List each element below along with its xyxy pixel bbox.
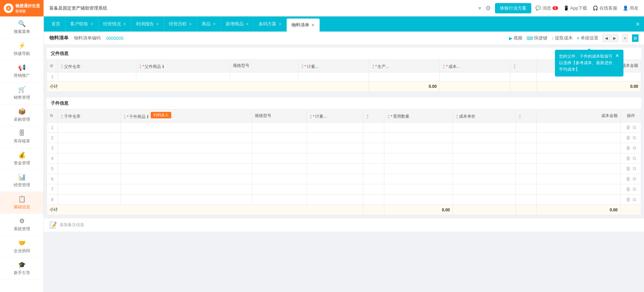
child-unit-cell[interactable] xyxy=(307,133,363,143)
parent-spec-cell[interactable] xyxy=(230,72,298,81)
child-unit-cell[interactable] xyxy=(307,122,363,133)
child-unit-cell[interactable] xyxy=(307,195,363,205)
child-product-cell[interactable] xyxy=(121,174,252,184)
parent-produce-cell[interactable] xyxy=(369,72,439,81)
child-product-cell[interactable] xyxy=(121,133,252,143)
child-unit-cost-cell[interactable] xyxy=(453,195,516,205)
tab-close-icon[interactable]: ✕ xyxy=(213,22,216,26)
child-unit-cost-cell[interactable] xyxy=(453,153,516,164)
trial-button[interactable]: 体验行业方案 xyxy=(495,3,531,13)
app-download-button[interactable]: 📱 App下载 xyxy=(564,5,587,11)
copy-icon[interactable]: ⧉ xyxy=(633,186,636,192)
parent-cost-cell[interactable] xyxy=(439,72,510,81)
topbar-dropdown-icon[interactable]: ▾ xyxy=(478,4,481,12)
child-spec-cell[interactable] xyxy=(252,164,307,174)
nav-tab-商品[interactable]: 商品 ✕ xyxy=(197,16,221,32)
nav-tab-客户联络[interactable]: 客户联络 ✕ xyxy=(65,16,98,32)
child-qty-cell[interactable] xyxy=(384,195,453,205)
delete-icon[interactable]: 🗑 xyxy=(626,186,631,192)
delete-icon[interactable]: 🗑 xyxy=(626,125,631,130)
extract-cost-button[interactable]: ↑ 提取成本 xyxy=(552,35,573,41)
child-qty-cell[interactable] xyxy=(384,122,453,133)
nav-tab-新增商品[interactable]: 新增商品 ✕ xyxy=(221,16,254,32)
delete-icon[interactable]: 🗑 xyxy=(626,166,631,172)
child-spec-cell[interactable] xyxy=(252,143,307,153)
tab-close-icon[interactable]: ✕ xyxy=(90,22,93,26)
sidebar-item-purchase[interactable]: 📦采购管理 xyxy=(0,104,44,126)
single-settings-button[interactable]: ≡ 单据设置 xyxy=(577,35,598,41)
note-placeholder[interactable]: 添加备注信息 xyxy=(60,222,84,228)
child-unit-cell[interactable] xyxy=(307,143,363,153)
parent-warehouse-cell[interactable] xyxy=(58,72,136,81)
child-warehouse-cell[interactable] xyxy=(58,184,121,195)
nav-tab-物料清单[interactable]: 物料清单 ✕ xyxy=(287,19,320,32)
child-unit-cell[interactable] xyxy=(307,164,363,174)
child-spec-cell[interactable] xyxy=(252,184,307,195)
child-product-cell[interactable] xyxy=(121,153,252,164)
close-tab-icon[interactable]: ✕ xyxy=(631,21,644,27)
message-button[interactable]: 💬 消息 6 xyxy=(535,5,558,11)
child-unit-cost-cell[interactable] xyxy=(453,133,516,143)
child-unit-cost-cell[interactable] xyxy=(453,174,516,184)
child-qty-cell[interactable] xyxy=(384,164,453,174)
child-spec-cell[interactable] xyxy=(252,122,307,133)
child-unit-cell[interactable] xyxy=(307,153,363,164)
sidebar-item-finance[interactable]: 💰资金管理 xyxy=(0,148,44,170)
child-spec-cell[interactable] xyxy=(252,133,307,143)
sidebar-item-inventory[interactable]: 🗄库存核算 xyxy=(0,126,44,148)
child-warehouse-cell[interactable] xyxy=(58,195,121,205)
sidebar-item-marketing[interactable]: 📢营销推广 xyxy=(0,60,44,82)
sidebar-item-operations[interactable]: 📊经营管理 xyxy=(0,170,44,192)
child-warehouse-cell[interactable] xyxy=(58,122,121,133)
nav-tab-经营情况[interactable]: 经营情况 ✕ xyxy=(98,16,131,32)
child-unit-cell[interactable] xyxy=(307,174,363,184)
child-warehouse-cell[interactable] xyxy=(58,174,121,184)
child-product-cell[interactable] xyxy=(121,184,252,195)
child-warehouse-cell[interactable] xyxy=(58,133,121,143)
copy-icon[interactable]: ⧉ xyxy=(633,125,636,130)
tab-close-icon[interactable]: ✕ xyxy=(156,22,159,26)
delete-icon[interactable]: 🗑 xyxy=(626,145,631,151)
next-button[interactable]: ▶ xyxy=(611,34,618,42)
prev-button[interactable]: ◀ xyxy=(603,34,610,42)
child-product-cell[interactable] xyxy=(121,195,252,205)
user-button[interactable]: 👤 用友 xyxy=(623,5,639,11)
child-product-cell[interactable] xyxy=(121,122,252,133)
delete-icon[interactable]: 🗑 xyxy=(626,176,631,182)
sidebar-item-quick-nav[interactable]: ⚡快捷导航 xyxy=(0,38,44,60)
view-video-button[interactable]: ▶ 视频 xyxy=(509,35,522,41)
nav-tab-利润报告[interactable]: 利润报告 ✕ xyxy=(131,16,164,32)
sidebar-item-search[interactable]: 🔍搜索菜单 xyxy=(0,16,44,38)
child-warehouse-cell[interactable] xyxy=(58,153,121,164)
copy-icon[interactable]: ⧉ xyxy=(633,135,636,141)
child-product-cell[interactable] xyxy=(121,143,252,153)
child-spec-cell[interactable] xyxy=(252,174,307,184)
gear-icon[interactable]: ⚙ xyxy=(50,63,53,68)
delete-icon[interactable]: 🗑 xyxy=(626,135,631,141)
sidebar-item-sales[interactable]: 🛒销售管理 xyxy=(0,82,44,104)
delete-icon[interactable]: 🗑 xyxy=(626,155,631,161)
nav-tab-经营历程[interactable]: 经营历程 ✕ xyxy=(164,16,197,32)
child-qty-cell[interactable] xyxy=(384,133,453,143)
tab-close-icon[interactable]: ✕ xyxy=(123,22,126,26)
copy-icon[interactable]: ⧉ xyxy=(633,176,636,182)
sidebar-item-basic[interactable]: 📋基础信息 xyxy=(0,192,44,214)
child-unit-cost-cell[interactable] xyxy=(453,164,516,174)
shortcut-button[interactable]: ⌨ 快捷键 xyxy=(527,35,547,41)
child-spec-cell[interactable] xyxy=(252,153,307,164)
child-warehouse-cell[interactable] xyxy=(58,164,121,174)
delete-icon[interactable]: 🗑 xyxy=(626,197,631,202)
copy-icon[interactable]: ⧉ xyxy=(633,155,636,161)
tab-close-icon[interactable]: ✕ xyxy=(311,23,314,27)
topbar-settings-icon[interactable]: ⚙ xyxy=(485,4,491,12)
child-qty-cell[interactable] xyxy=(384,143,453,153)
child-unit-cost-cell[interactable] xyxy=(453,122,516,133)
nav-tab-首页[interactable]: 首页 xyxy=(47,16,65,32)
parent-product-cell[interactable] xyxy=(136,72,230,81)
tab-close-icon[interactable]: ✕ xyxy=(278,22,282,26)
child-product-cell[interactable] xyxy=(121,164,252,174)
child-qty-cell[interactable] xyxy=(384,174,453,184)
sidebar-item-system[interactable]: ⚙系统管理 xyxy=(0,214,44,236)
child-unit-cell[interactable] xyxy=(307,184,363,195)
parent-unit-cell[interactable] xyxy=(298,72,369,81)
